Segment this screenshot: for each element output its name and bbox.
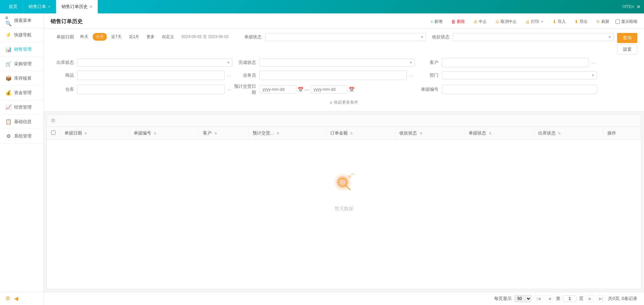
customer-dots-btn[interactable]: ··· [590,59,597,67]
export-button[interactable]: ⬆ 导出 [572,17,590,26]
new-button[interactable]: + 新增 [428,17,445,26]
delivery-date-start[interactable] [259,85,296,93]
th-actions: 操作 [603,127,641,140]
th-delivery: 预计交货... ⇅ [249,127,326,140]
page-title: 销售订单历史 [50,18,83,25]
prev-page-btn[interactable]: ◀ [546,295,553,302]
page-label-post: 页 [579,296,584,302]
page-number-input[interactable] [563,295,576,302]
warehouse-dots-btn[interactable]: ··· [226,85,233,93]
date-filter-label: 单据日期 [50,34,77,40]
sidebar-item-purchase-mgmt[interactable]: 🛒 采购管理 [0,57,43,71]
sort-doc-status-icon[interactable]: ⇅ [489,131,491,135]
sort-no-icon[interactable]: ⇅ [154,131,156,135]
product-input[interactable] [77,71,225,80]
date-btn-1month[interactable]: 近1月 [126,33,142,41]
first-page-btn[interactable]: |◀ [534,295,543,302]
delivery-date-label: 预计交货日期 [232,83,259,96]
tab-sales-order-history[interactable]: 销售订单历史 × [56,0,98,13]
date-btn-more[interactable]: 更多 [143,33,158,41]
last-page-btn[interactable]: ▶| [597,295,605,302]
operations-icon: 📈 [5,104,11,110]
print-button[interactable]: 🖨 打印 ▼ [523,17,547,26]
date-btn-custom[interactable]: 自定义 [159,33,177,41]
page-size-select[interactable]: 50 10 20 100 [514,295,531,302]
sidebar-item-basic-info-label: 基础信息 [14,119,32,125]
tab-sales-order-history-close[interactable]: × [90,4,92,9]
outbound-status-chevron: ▾ [227,60,229,65]
sidebar-item-quick-nav[interactable]: ⚡ 快捷导航 [0,28,43,42]
next-page-btn[interactable]: ▶ [586,295,594,302]
date-btn-yesterday[interactable]: 昨天 [77,33,91,41]
delivery-date-start-cal[interactable]: 📅 [298,87,303,92]
inventory-icon: 📦 [5,75,11,81]
sidebar-item-sales-mgmt[interactable]: 📊 销售管理 [0,42,43,57]
query-button[interactable]: 查询 [617,33,637,43]
main-content: 销售订单历史 + 新增 🗑 删除 ⊘ 中止 ⊙ 取消中止 [44,13,644,305]
query-buttons: 查询 设置 [617,33,637,54]
tab-sales-order-close[interactable]: × [48,4,50,9]
window-close-btn[interactable]: ✕ [637,4,641,9]
stop-button[interactable]: ⊘ 中止 [471,17,489,26]
warehouse-input[interactable] [77,85,225,94]
delete-button[interactable]: 🗑 删除 [448,17,468,26]
product-dots-btn[interactable]: ··· [226,71,233,79]
sidebar-item-finance-label: 资金管理 [14,90,32,96]
display-cols-checkbox[interactable]: 显示暗细 [615,19,637,25]
set-button[interactable]: 设置 [617,44,637,54]
sidebar-item-operations[interactable]: 📈 经营管理 [0,100,43,115]
complete-status-select[interactable]: ▾ [259,59,415,67]
data-table: 单据日期 ⇅ 单据编号 ⇅ 客户 ⇅ 预计交货... [47,127,641,239]
table-toolbar-row: ⚙ [47,115,641,127]
purchase-mgmt-icon: 🛒 [5,61,11,67]
th-no: 单据编号 ⇅ [129,127,199,140]
outbound-status-select[interactable]: ▾ [77,59,232,67]
doc-no-input[interactable] [442,85,597,94]
salesperson-input[interactable] [259,71,407,80]
sort-delivery-icon[interactable]: ⇅ [276,131,279,135]
sidebar-item-basic-info[interactable]: 📋 基础信息 [0,115,43,129]
collapse-up-icon: ∧ [330,100,333,105]
import-button[interactable]: ⬇ 导入 [550,17,568,26]
customer-input[interactable] [442,58,589,67]
dept-select[interactable]: ▾ [442,71,597,79]
date-btn-today[interactable]: 今天 [93,33,107,41]
doc-status-select[interactable]: ▾ [265,33,426,41]
th-customer: 客户 ⇅ [199,127,249,140]
sort-amount-icon[interactable]: ⇅ [350,131,353,135]
cancel-stop-button[interactable]: ⊙ 取消中止 [493,17,519,26]
delivery-date-end[interactable] [310,85,347,93]
table-gear-icon[interactable]: ⚙ [51,117,55,124]
sidebar-item-purchase-mgmt-label: 采购管理 [14,61,32,67]
date-btn-7days[interactable]: 近7天 [108,33,125,41]
select-all-checkbox[interactable] [51,130,55,135]
salesperson-dots-btn[interactable]: ··· [408,71,415,79]
sidebar-item-inventory[interactable]: 📦 库存核算 [0,71,43,86]
sort-outbound-icon[interactable]: ⇅ [558,131,561,135]
dept-label: 部门 [415,72,442,78]
refresh-button[interactable]: ↻ 刷新 [594,17,612,26]
sort-customer-icon[interactable]: ⇅ [214,131,217,135]
refresh-icon: ↻ [596,19,600,24]
sort-receipt-icon[interactable]: ⇅ [420,131,422,135]
refresh-label: 刷新 [601,19,609,25]
tab-home[interactable]: 首页 [3,0,23,13]
outbound-status-label: 出库状态 [50,60,77,66]
tab-sales-order-label: 销售订单 [29,4,46,10]
sidebar-item-operations-label: 经营管理 [14,104,32,110]
th-date: 单据日期 ⇅ [60,127,129,140]
sidebar-bottom: ⚙ ◀ [0,292,43,305]
collapse-link[interactable]: ∧ 收起更多条件 [50,98,637,107]
salesperson-label: 业务员 [232,72,259,78]
collapse-sidebar-icon[interactable]: ◀ [14,295,18,302]
settings-bottom-icon[interactable]: ⚙ [5,295,10,302]
sidebar-item-finance[interactable]: 💰 资金管理 [0,86,43,100]
receipt-status-select[interactable]: ▾ [453,33,614,41]
sidebar-item-search-menu[interactable]: ≡🔍 搜索菜单 [0,13,43,28]
display-cols-input[interactable] [615,20,620,24]
delete-label: 删除 [457,19,465,25]
sidebar-item-system[interactable]: ⚙ 系统管理 [0,129,43,144]
sort-date-icon[interactable]: ⇅ [84,131,87,135]
tab-sales-order[interactable]: 销售订单 × [23,0,56,13]
delivery-date-end-cal[interactable]: 📅 [349,87,354,92]
